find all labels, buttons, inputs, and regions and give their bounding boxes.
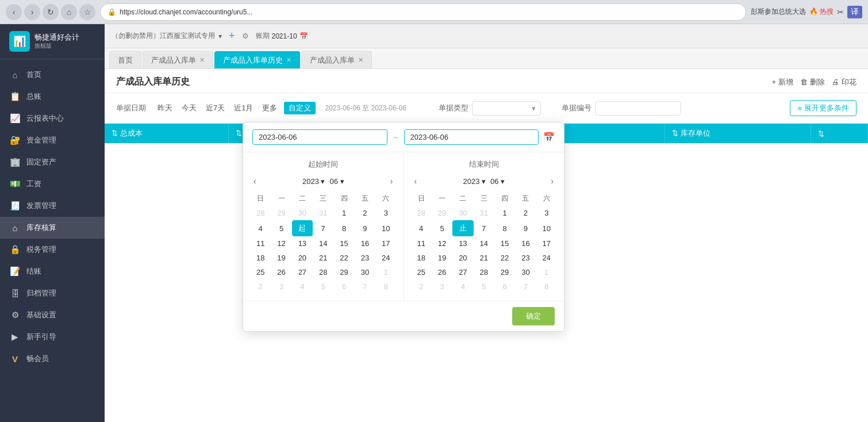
today-btn[interactable]: 今天 — [179, 102, 199, 114]
calendar-day[interactable]: 26 — [432, 265, 452, 279]
week-btn[interactable]: 近7天 — [203, 102, 227, 114]
tab-close-inventory-entry[interactable]: ✕ — [199, 56, 205, 64]
calendar-day[interactable]: 7 — [313, 220, 333, 236]
calendar-day[interactable]: 1 — [375, 265, 396, 279]
calendar-day[interactable]: 13 — [292, 236, 313, 251]
delete-button[interactable]: 🗑 删除 — [800, 77, 825, 87]
type-select[interactable]: ▾ — [472, 101, 541, 116]
calendar-day[interactable]: 5 — [474, 279, 494, 294]
calendar-day[interactable]: 15 — [333, 236, 354, 251]
calendar-day[interactable]: 29 — [271, 206, 291, 220]
company-selector[interactable]: （勿删勿禁用）江西服宝测试专用 ▾ — [112, 31, 222, 41]
reload-button[interactable]: ↻ — [43, 4, 59, 20]
start-year-select[interactable]: 2023 ▾ — [302, 177, 325, 186]
translate-icon[interactable]: 译 — [847, 6, 862, 18]
calendar-day[interactable]: 20 — [452, 251, 473, 265]
calendar-day[interactable]: 24 — [375, 251, 396, 265]
calendar-day[interactable]: 9 — [515, 220, 536, 236]
calendar-day[interactable]: 29 — [432, 206, 452, 220]
calendar-day[interactable]: 12 — [432, 236, 452, 251]
calendar-day[interactable]: 17 — [375, 236, 396, 251]
sidebar-item-payroll[interactable]: 💵 工资 — [0, 173, 105, 195]
calendar-day[interactable]: 28 — [313, 265, 333, 279]
calendar-day[interactable]: 15 — [494, 236, 515, 251]
tab-close-inventory-entry2[interactable]: ✕ — [358, 56, 363, 64]
col-unit[interactable]: ⇅ 库存单位 — [665, 124, 811, 143]
sidebar-item-invoice[interactable]: 🧾 发票管理 — [0, 195, 105, 217]
calendar-day[interactable]: 27 — [292, 265, 313, 279]
calendar-day[interactable]: 23 — [355, 251, 375, 265]
calendar-day[interactable]: 2 — [355, 206, 375, 220]
calendar-day[interactable]: 30 — [292, 206, 313, 220]
scissors-icon[interactable]: ✂ — [837, 7, 844, 17]
start-prev-btn[interactable]: ‹ — [250, 175, 260, 187]
sidebar-item-ledger[interactable]: 📋 总账 — [0, 86, 105, 108]
calendar-day[interactable]: 16 — [515, 236, 536, 251]
sidebar-item-assets[interactable]: 🏢 固定资产 — [0, 151, 105, 173]
calendar-day[interactable]: 19 — [432, 251, 452, 265]
tab-inventory-history[interactable]: 产成品入库单历史 ✕ — [214, 51, 300, 68]
confirm-date-btn[interactable]: 确定 — [512, 307, 555, 325]
sidebar-item-inventory[interactable]: ⌂ 库存核算 — [0, 217, 105, 239]
browser-nav-buttons[interactable]: ‹ › ↻ ⌂ ☆ — [6, 4, 95, 20]
number-input[interactable] — [595, 101, 681, 116]
calendar-day[interactable]: 11 — [250, 236, 271, 251]
calendar-day[interactable]: 8 — [536, 279, 557, 294]
more-btn[interactable]: 更多 — [260, 102, 279, 114]
calendar-day[interactable]: 16 — [355, 236, 375, 251]
calendar-day[interactable]: 7 — [515, 279, 536, 294]
yesterday-btn[interactable]: 昨天 — [155, 102, 175, 114]
add-company-btn[interactable]: + — [229, 30, 235, 42]
col-total-cost[interactable]: ⇅ 总成本 — [105, 124, 229, 143]
end-next-btn[interactable]: › — [547, 175, 557, 187]
end-year-select[interactable]: 2023 ▾ — [463, 177, 486, 186]
calendar-day[interactable]: 18 — [250, 251, 271, 265]
forward-button[interactable]: › — [24, 4, 40, 20]
calendar-day[interactable]: 27 — [452, 265, 473, 279]
print-button[interactable]: 🖨 印花 — [832, 77, 857, 87]
calendar-day[interactable]: 5 — [432, 220, 452, 236]
calendar-day[interactable]: 8 — [494, 220, 515, 236]
calendar-day[interactable]: 14 — [474, 236, 494, 251]
sidebar-item-settle[interactable]: 📝 结账 — [0, 260, 105, 282]
calendar-day[interactable]: 31 — [313, 206, 333, 220]
calendar-day[interactable]: 9 — [355, 220, 375, 236]
sidebar-item-archive[interactable]: 🗄 归档管理 — [0, 282, 105, 304]
calendar-day[interactable]: 29 — [333, 265, 354, 279]
calendar-day[interactable]: 4 — [411, 220, 432, 236]
calendar-day[interactable]: 30 — [452, 206, 473, 220]
calendar-day[interactable]: 止 — [452, 220, 473, 236]
calendar-day[interactable]: 起 — [292, 220, 313, 236]
calendar-day[interactable]: 3 — [536, 206, 557, 220]
calendar-day[interactable]: 26 — [271, 265, 291, 279]
calendar-day[interactable]: 2 — [411, 279, 432, 294]
end-month-select[interactable]: 06 ▾ — [490, 177, 505, 186]
calendar-day[interactable]: 2 — [515, 206, 536, 220]
calendar-day[interactable]: 7 — [355, 279, 375, 294]
calendar-day[interactable]: 30 — [515, 265, 536, 279]
calendar-day[interactable]: 3 — [375, 206, 396, 220]
sidebar-item-reports[interactable]: 📈 云报表中心 — [0, 108, 105, 129]
calendar-day[interactable]: 31 — [474, 206, 494, 220]
calendar-day[interactable]: 25 — [250, 265, 271, 279]
calendar-day[interactable]: 3 — [432, 279, 452, 294]
calendar-day[interactable]: 5 — [271, 220, 291, 236]
sidebar-item-home[interactable]: ⌂ 首页 — [0, 64, 105, 86]
home-button[interactable]: ⌂ — [61, 4, 77, 20]
month-btn[interactable]: 近1月 — [232, 102, 255, 114]
tab-home[interactable]: 首页 — [109, 51, 141, 68]
calendar-day[interactable]: 8 — [333, 220, 354, 236]
tab-inventory-entry[interactable]: 产成品入库单 ✕ — [143, 51, 213, 68]
calendar-day[interactable]: 28 — [250, 206, 271, 220]
calendar-toggle-icon[interactable]: 📅 — [543, 132, 555, 143]
calendar-day[interactable]: 21 — [313, 251, 333, 265]
start-date-input[interactable] — [252, 129, 387, 145]
calendar-day[interactable]: 4 — [250, 220, 271, 236]
sidebar-item-vip[interactable]: V 畅会员 — [0, 348, 105, 370]
calendar-day[interactable]: 7 — [474, 220, 494, 236]
calendar-day[interactable]: 17 — [536, 236, 557, 251]
calendar-day[interactable]: 19 — [271, 251, 291, 265]
sidebar-item-funds[interactable]: 🔐 资金管理 — [0, 129, 105, 151]
calendar-day[interactable]: 6 — [333, 279, 354, 294]
address-bar[interactable]: 🔒 https://cloud.chanjet.com/accounting/u… — [100, 3, 746, 21]
